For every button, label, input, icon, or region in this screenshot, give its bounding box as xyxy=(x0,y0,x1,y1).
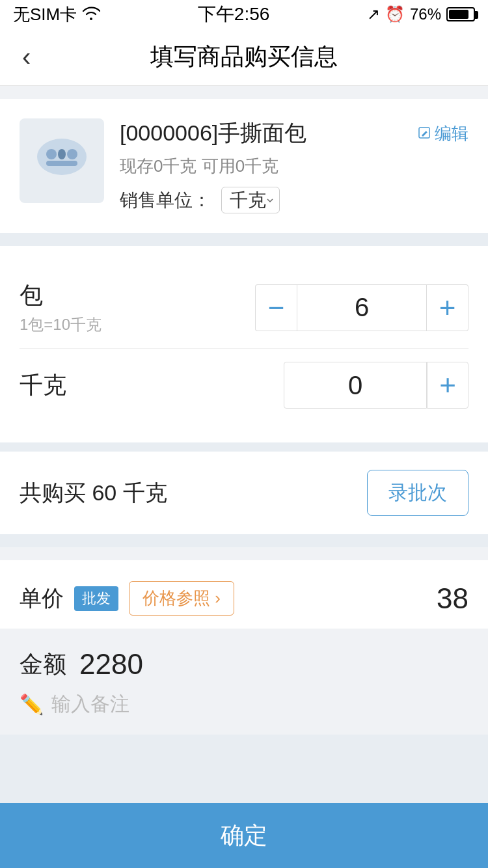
package-quantity-input[interactable] xyxy=(297,284,427,331)
total-text: 共购买 60 千克 xyxy=(20,478,167,508)
wifi-icon xyxy=(82,5,100,25)
price-label: 单价 xyxy=(20,584,64,614)
package-label: 包 xyxy=(20,280,102,312)
product-logo-icon xyxy=(36,137,88,184)
amount-section: 金额 2280 ✏️ 输入备注 xyxy=(0,629,488,735)
price-section: 单价 批发 价格参照 › 38 xyxy=(0,560,488,629)
svg-rect-4 xyxy=(46,161,77,166)
product-name-row: [0000006]手撕面包 编辑 xyxy=(120,118,468,148)
input-section: 包 1包=10千克 − + 千克 + xyxy=(0,246,488,442)
alarm-icon: ⏰ xyxy=(385,5,405,23)
total-section: 共购买 60 千克 录批次 xyxy=(0,452,488,534)
status-left: 无SIM卡 xyxy=(13,3,100,26)
confirm-button[interactable]: 确定 xyxy=(0,803,488,868)
kg-input-control: + xyxy=(284,362,468,409)
nav-bar: ‹ 填写商品购买信息 xyxy=(0,29,488,86)
price-label-group: 单价 批发 价格参照 › xyxy=(20,581,234,616)
product-image xyxy=(20,118,104,203)
status-time: 下午2:56 xyxy=(198,2,270,27)
carrier-text: 无SIM卡 xyxy=(13,3,77,26)
kg-label: 千克 xyxy=(20,370,66,401)
package-decrement-button[interactable]: − xyxy=(255,284,297,331)
confirm-label: 确定 xyxy=(221,820,267,852)
remark-placeholder[interactable]: 输入备注 xyxy=(51,691,129,718)
section-divider-2 xyxy=(0,442,488,452)
unit-select[interactable]: 千克 包 xyxy=(221,187,280,213)
package-label-group: 包 1包=10千克 xyxy=(20,280,102,335)
remark-row[interactable]: ✏️ 输入备注 xyxy=(20,691,468,724)
package-increment-button[interactable]: + xyxy=(427,284,468,331)
kg-label-group: 千克 xyxy=(20,370,66,401)
amount-label: 金额 xyxy=(20,649,66,681)
product-info: [0000006]手撕面包 编辑 现存0千克 可用0千克 销售单位： 千克 包 xyxy=(120,118,468,213)
package-input-control: − + xyxy=(255,284,468,331)
batch-button[interactable]: 录批次 xyxy=(367,470,468,516)
product-card: [0000006]手撕面包 编辑 现存0千克 可用0千克 销售单位： 千克 包 xyxy=(0,99,488,233)
svg-point-2 xyxy=(67,149,77,159)
pencil-icon: ✏️ xyxy=(20,693,44,716)
back-button[interactable]: ‹ xyxy=(16,36,37,78)
svg-point-3 xyxy=(58,149,66,159)
price-row: 单价 批发 价格参照 › 38 xyxy=(20,581,468,616)
batch-tag: 批发 xyxy=(74,586,118,611)
battery-icon xyxy=(446,7,475,21)
price-ref-button[interactable]: 价格参照 › xyxy=(129,581,234,616)
kg-quantity-input[interactable] xyxy=(284,362,427,409)
price-value: 38 xyxy=(437,582,468,615)
kg-input-row: 千克 + xyxy=(20,349,468,422)
product-stock: 现存0千克 可用0千克 xyxy=(120,155,468,178)
status-bar: 无SIM卡 下午2:56 ↗ ⏰ 76% xyxy=(0,0,488,29)
status-right: ↗ ⏰ 76% xyxy=(367,5,475,23)
package-input-row: 包 1包=10千克 − + xyxy=(20,267,468,349)
amount-value: 2280 xyxy=(79,648,143,681)
product-unit-row: 销售单位： 千克 包 xyxy=(120,187,468,213)
edit-button[interactable]: 编辑 xyxy=(418,122,468,145)
kg-increment-button[interactable]: + xyxy=(427,362,468,409)
package-sub-label: 1包=10千克 xyxy=(20,314,102,335)
product-name: [0000006]手撕面包 xyxy=(120,118,306,148)
amount-row: 金额 2280 xyxy=(20,648,468,681)
location-icon: ↗ xyxy=(367,5,380,23)
section-divider-3 xyxy=(0,534,488,547)
unit-label: 销售单位： xyxy=(120,188,211,213)
edit-label: 编辑 xyxy=(435,122,468,145)
page-title: 填写商品购买信息 xyxy=(150,41,338,73)
svg-point-1 xyxy=(46,149,57,159)
battery-percent: 76% xyxy=(410,5,441,23)
section-divider-1 xyxy=(0,233,488,246)
